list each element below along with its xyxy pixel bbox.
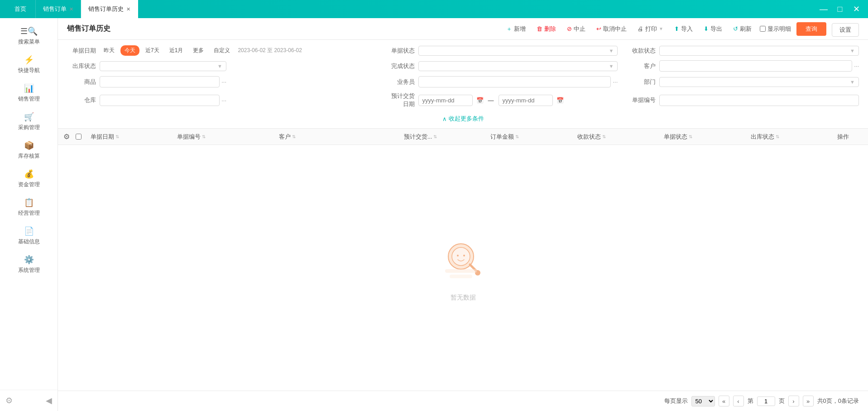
sidebar-bottom: ⚙ ◀ bbox=[0, 390, 58, 411]
date-btn-1month[interactable]: 近1月 bbox=[165, 45, 187, 56]
import-button[interactable]: ⬆ 导入 bbox=[671, 23, 695, 35]
th-date[interactable]: 单据日期 ⇅ bbox=[85, 132, 172, 141]
sidebar-item-sales-mgmt[interactable]: 📊 销售管理 bbox=[0, 79, 58, 107]
export-button[interactable]: ⬇ 导出 bbox=[701, 23, 725, 35]
main-layout: ☰🔍 搜索菜单 ⚡ 快捷导航 📊 销售管理 🛒 采购管理 📦 库存核算 💰 资金… bbox=[0, 18, 868, 411]
out-status-label: 出库状态 bbox=[67, 62, 100, 70]
complete-status-select[interactable]: ▼ bbox=[418, 61, 618, 71]
th-num[interactable]: 单据编号 ⇅ bbox=[172, 132, 273, 141]
delete-button[interactable]: 🗑 删除 bbox=[534, 23, 559, 35]
date-range-text: 2023-06-02 至 2023-06-02 bbox=[238, 47, 302, 54]
quick-nav-icon: ⚡ bbox=[24, 55, 34, 65]
sidebar-item-quick-nav[interactable]: ⚡ 快捷导航 bbox=[0, 50, 58, 79]
date-btn-custom[interactable]: 自定义 bbox=[210, 45, 234, 56]
table-settings-icon[interactable]: ⚙ bbox=[63, 132, 70, 141]
cancel-stop-button[interactable]: ↩ 取消中止 bbox=[594, 23, 629, 35]
goods-input[interactable] bbox=[100, 76, 220, 87]
receipt-status-select[interactable]: ▼ bbox=[659, 46, 859, 56]
dept-arrow-icon: ▼ bbox=[850, 79, 855, 85]
sort-delivery-icon: ⇅ bbox=[433, 134, 437, 139]
date-btn-today[interactable]: 今天 bbox=[120, 45, 139, 56]
sales-input[interactable] bbox=[418, 76, 611, 87]
th-bill-status[interactable]: 单据状态 ⇅ bbox=[658, 132, 745, 141]
close-tab-sales-order[interactable]: ✕ bbox=[69, 6, 73, 12]
collapse-button[interactable]: ∧ 收起更多条件 bbox=[442, 115, 484, 123]
warehouse-input[interactable] bbox=[100, 95, 220, 106]
th-out-status[interactable]: 出库状态 ⇅ bbox=[745, 132, 832, 141]
sidebar-item-operation[interactable]: 📋 经营管理 bbox=[0, 193, 58, 222]
display-detail-checkbox[interactable] bbox=[760, 26, 766, 32]
calendar-from-icon[interactable]: 📅 bbox=[476, 97, 484, 104]
calendar-to-icon[interactable]: 📅 bbox=[556, 97, 564, 104]
filter-row-1: 单据日期 昨天 今天 近7天 近1月 更多 自定义 2023-06-02 至 2… bbox=[67, 45, 859, 56]
close-window-button[interactable]: ✕ bbox=[850, 3, 863, 15]
sidebar-item-basic-info[interactable]: 📄 基础信息 bbox=[0, 222, 58, 250]
page-number-input[interactable] bbox=[757, 396, 775, 406]
warehouse-ellipsis-icon[interactable]: ··· bbox=[221, 97, 226, 104]
minimize-button[interactable]: — bbox=[817, 3, 830, 15]
th-pay-status[interactable]: 收款状态 ⇅ bbox=[572, 132, 658, 141]
svg-point-4 bbox=[457, 255, 459, 256]
filter-row-2: 出库状态 ▼ 完成状态 ▼ 客户 bbox=[67, 60, 859, 72]
page-size-select[interactable]: 50 10 20 100 bbox=[691, 396, 715, 406]
maximize-button[interactable]: □ bbox=[834, 3, 846, 15]
out-status-select[interactable]: ▼ bbox=[100, 61, 226, 71]
toolbar: ＋ 新增 🗑 删除 ⊘ 中止 ↩ 取消中止 🖨 打印 bbox=[504, 21, 859, 37]
top-bar: 首页 销售订单 ✕ 销售订单历史 ✕ — □ ✕ bbox=[0, 0, 868, 18]
date-btn-yesterday[interactable]: 昨天 bbox=[100, 45, 119, 56]
sort-pay-icon: ⇅ bbox=[602, 134, 606, 139]
customer-input[interactable] bbox=[659, 60, 852, 72]
sales-ellipsis-icon[interactable]: ··· bbox=[613, 78, 618, 85]
collapse-row: ∧ 收起更多条件 bbox=[67, 113, 859, 123]
th-amount[interactable]: 订单金额 ⇅ bbox=[485, 132, 571, 141]
print-dropdown-icon[interactable]: ▼ bbox=[659, 26, 663, 31]
filter-row-4: 仓库 ··· 预计交货日期 📅 — 📅 bbox=[67, 92, 859, 108]
date-btn-more[interactable]: 更多 bbox=[189, 45, 208, 56]
date-from-input[interactable] bbox=[418, 95, 473, 106]
date-btn-7days[interactable]: 近7天 bbox=[141, 45, 163, 56]
last-page-button[interactable]: » bbox=[803, 396, 814, 406]
th-delivery[interactable]: 预计交货... ⇅ bbox=[398, 132, 485, 141]
customer-ellipsis-icon[interactable]: ··· bbox=[854, 63, 859, 69]
table-select-all-checkbox[interactable] bbox=[76, 134, 82, 140]
goods-label: 商品 bbox=[67, 78, 100, 86]
close-tab-sales-history[interactable]: ✕ bbox=[126, 6, 130, 12]
sidebar-item-search-menu[interactable]: ☰🔍 搜索菜单 bbox=[0, 22, 58, 50]
tab-sales-history[interactable]: 销售订单历史 ✕ bbox=[81, 0, 138, 18]
sidebar-item-inventory[interactable]: 📦 库存核算 bbox=[0, 136, 58, 164]
sales-mgmt-icon: 📊 bbox=[24, 83, 34, 93]
sort-date-icon: ⇅ bbox=[115, 134, 119, 139]
sidebar-item-sys-mgmt[interactable]: ⚙️ 系统管理 bbox=[0, 250, 58, 279]
sort-status-icon: ⇅ bbox=[689, 134, 692, 139]
tab-home[interactable]: 首页 bbox=[5, 0, 36, 18]
tab-sales-order[interactable]: 销售订单 ✕ bbox=[36, 0, 81, 18]
dept-select[interactable]: ▼ bbox=[659, 77, 859, 87]
plus-icon: ＋ bbox=[506, 25, 512, 33]
first-page-button[interactable]: « bbox=[719, 396, 729, 406]
stop-button[interactable]: ⊘ 中止 bbox=[564, 23, 588, 35]
sidebar-item-capital[interactable]: 💰 资金管理 bbox=[0, 164, 58, 193]
display-detail-toggle[interactable]: 显示明细 bbox=[760, 25, 791, 33]
sidebar-item-purchase-mgmt[interactable]: 🛒 采购管理 bbox=[0, 107, 58, 136]
purchase-mgmt-icon: 🛒 bbox=[24, 112, 34, 122]
sales-label: 业务员 bbox=[386, 78, 418, 86]
refresh-button[interactable]: ↺ 刷新 bbox=[730, 23, 754, 35]
query-button[interactable]: 查询 bbox=[796, 22, 826, 36]
sidebar-collapse-icon[interactable]: ◀ bbox=[46, 396, 52, 406]
date-quick-btns: 昨天 今天 近7天 近1月 更多 自定义 bbox=[100, 45, 234, 56]
th-customer[interactable]: 客户 ⇅ bbox=[273, 132, 398, 141]
svg-rect-7 bbox=[450, 275, 472, 278]
print-button[interactable]: 🖨 打印 ▼ bbox=[635, 23, 666, 35]
new-button[interactable]: ＋ 新增 bbox=[504, 23, 528, 35]
bill-number-input[interactable] bbox=[659, 95, 859, 106]
sidebar-settings-icon[interactable]: ⚙ bbox=[5, 396, 13, 406]
bill-status-select[interactable]: ▼ bbox=[418, 46, 618, 56]
goods-ellipsis-icon[interactable]: ··· bbox=[221, 78, 226, 85]
complete-status-arrow-icon: ▼ bbox=[609, 63, 614, 69]
date-to-input[interactable] bbox=[499, 95, 553, 106]
dept-label: 部门 bbox=[627, 78, 659, 86]
settings-button[interactable]: 设置 bbox=[832, 23, 859, 37]
customer-label: 客户 bbox=[627, 62, 659, 70]
next-page-button[interactable]: › bbox=[788, 396, 799, 406]
prev-page-button[interactable]: ‹ bbox=[733, 396, 744, 406]
